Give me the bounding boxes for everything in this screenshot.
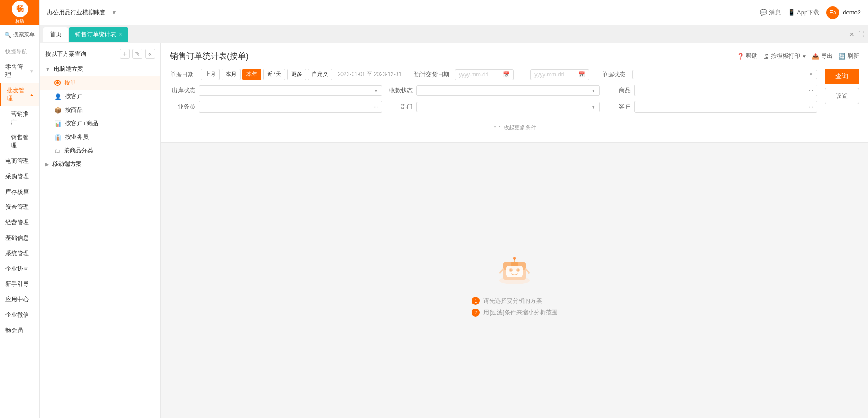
sidebar-item-system[interactable]: 系统管理: [0, 246, 39, 261]
customer-select[interactable]: ···: [634, 101, 817, 113]
collapse-panel-button[interactable]: «: [145, 49, 155, 59]
tree-item-by-category[interactable]: 🗂 按商品分类: [40, 144, 160, 157]
tab-sales-stats[interactable]: 销售订单统计表 ×: [69, 27, 128, 42]
date-btn-more[interactable]: 更多: [287, 69, 306, 80]
sidebar-item-wholesale[interactable]: 批发管理 ▲: [0, 83, 39, 106]
sidebar-item-member[interactable]: 畅会员: [0, 323, 39, 338]
tab-close-icon[interactable]: ×: [119, 31, 122, 38]
sidebar-item-basics[interactable]: 基础信息: [0, 230, 39, 246]
print-button[interactable]: 🖨 按模板打印 ▼: [763, 52, 807, 60]
more-icon-salesperson: ···: [373, 104, 378, 110]
help-icon: ❓: [737, 53, 744, 60]
refresh-button[interactable]: 🔄 刷新: [838, 52, 859, 60]
message-icon: 💬: [760, 9, 767, 16]
tabs-bar: 首页 销售订单统计表 × ✕ ⛶: [40, 25, 868, 43]
date-btn-7days[interactable]: 近7天: [263, 69, 285, 80]
chevron-down-icon: ▲: [29, 92, 34, 97]
sidebar-item-app-center[interactable]: 应用中心: [0, 292, 39, 307]
sidebar-item-ecom[interactable]: 电商管理: [0, 153, 39, 169]
avatar[interactable]: Ea: [826, 6, 839, 19]
sidebar-item-label: 电商管理: [5, 157, 29, 165]
sidebar-item-operations[interactable]: 经营管理: [0, 215, 39, 230]
date-btn-this-month[interactable]: 本月: [222, 69, 241, 80]
salesperson-select[interactable]: ···: [199, 101, 382, 113]
dropdown-icon[interactable]: ▼: [111, 9, 117, 16]
tab-home[interactable]: 首页: [43, 27, 68, 42]
avatar-text: Ea: [830, 10, 836, 16]
filter-main: 单据日期 上月 本月 本年 近7天 更多 自定义 2023-01-01 至 20…: [170, 69, 817, 114]
sidebar-item-marketing[interactable]: 营销推广: [0, 106, 39, 130]
product-icon: 📦: [54, 107, 61, 114]
search-menu-section: 🔍 搜索菜单: [0, 25, 39, 44]
svg-line-11: [500, 269, 503, 273]
search-menu-button[interactable]: 🔍 搜索菜单: [3, 29, 37, 40]
sidebar-item-purchase[interactable]: 采购管理: [0, 169, 39, 184]
maximize-window-icon[interactable]: ⛶: [858, 31, 864, 38]
export-button[interactable]: 📤 导出: [812, 52, 833, 60]
radio-icon: [54, 80, 61, 86]
date-btn-this-year[interactable]: 本年: [242, 69, 261, 80]
delivery-status-field: 出库状态 ▼: [170, 85, 382, 96]
close-window-icon[interactable]: ✕: [849, 31, 854, 38]
sidebar-item-label: 经营管理: [5, 218, 29, 227]
help-button[interactable]: ❓ 帮助: [737, 52, 758, 60]
print-label: 按模板打印: [771, 52, 800, 60]
svg-rect-4: [506, 266, 523, 277]
app-download-label: App下载: [797, 9, 819, 17]
expected-date-start[interactable]: yyyy-mm-dd 📅: [455, 69, 514, 80]
sidebar-item-retail[interactable]: 零售管理 ▼: [0, 59, 39, 83]
tree-item-by-customer[interactable]: 👤 按客户: [40, 90, 160, 103]
customer-icon: 👤: [54, 93, 61, 100]
left-panel-title: 按以下方案查询: [45, 50, 86, 58]
sidebar-item-label: 资金管理: [5, 203, 29, 211]
collapse-row: ⌃⌃ 收起更多条件: [170, 120, 859, 135]
sidebar-item-newbie[interactable]: 新手引导: [0, 276, 39, 292]
department-select[interactable]: ▼: [416, 102, 599, 112]
page-title-row: 销售订单统计表(按单) ❓ 帮助 🖨 按模板打印 ▼ 📤: [170, 51, 859, 62]
chevron-down-icon: ▼: [373, 88, 378, 93]
page-title-text: 销售订单统计表(按单): [170, 51, 249, 62]
tree-item-label: 按商品分类: [64, 147, 93, 155]
tree-item-label: 按单: [64, 79, 76, 87]
category-icon: 🗂: [54, 147, 60, 154]
delivery-status-select[interactable]: ▼: [199, 86, 382, 96]
product-field: 商品 ···: [605, 85, 817, 96]
calendar-icon-start: 📅: [503, 71, 509, 78]
date-btn-custom[interactable]: 自定义: [308, 69, 332, 80]
empty-state: 1 请先选择要分析的方案 2 用[过滤]条件来缩小分析范围: [161, 143, 868, 418]
content-area: 按以下方案查询 + ✎ « ▼ 电脑端方案: [40, 43, 868, 418]
tree-item-by-product[interactable]: 📦 按商品: [40, 103, 160, 117]
window-buttons: ✕ ⛶: [849, 31, 864, 38]
sidebar-item-wechat[interactable]: 企业微信: [0, 307, 39, 323]
app-download-button[interactable]: 📱 App下载: [788, 9, 819, 17]
message-button[interactable]: 💬 消息: [760, 9, 781, 17]
status-select[interactable]: ▼: [632, 70, 817, 79]
tree-item-label: 按业务员: [65, 133, 89, 141]
sidebar-item-inventory[interactable]: 库存核算: [0, 184, 39, 200]
query-button[interactable]: 查询: [825, 69, 859, 84]
tree-item-by-customer-product[interactable]: 📊 按客户+商品: [40, 117, 160, 130]
tree-item-by-order[interactable]: 按单: [40, 76, 160, 90]
edit-scheme-button[interactable]: ✎: [132, 49, 142, 59]
expected-date-end[interactable]: yyyy-mm-dd 📅: [530, 69, 589, 80]
sidebar-item-sales[interactable]: 销售管理: [0, 130, 39, 153]
salesperson-label: 业务员: [170, 103, 195, 111]
tree-parent-pc[interactable]: ▼ 电脑端方案: [40, 62, 160, 76]
date-range-text: 2023-01-01 至 2023-12-31: [338, 71, 401, 78]
payment-status-select[interactable]: ▼: [416, 86, 599, 96]
settings-button[interactable]: 设置: [825, 88, 859, 104]
add-scheme-button[interactable]: +: [120, 49, 130, 59]
tip-text-1: 请先选择要分析的方案: [483, 297, 542, 305]
department-field: 部门 ▼: [387, 101, 599, 113]
sidebar-item-enterprise[interactable]: 企业协同: [0, 261, 39, 276]
tree-item-by-salesperson[interactable]: 👔 按业务员: [40, 130, 160, 144]
collapse-up-icon: ⌃⌃: [493, 125, 502, 131]
product-select[interactable]: ···: [634, 85, 817, 96]
product-label: 商品: [605, 86, 631, 95]
collapse-button[interactable]: ⌃⌃ 收起更多条件: [493, 124, 536, 132]
sidebar-item-finance[interactable]: 资金管理: [0, 200, 39, 215]
date-btn-last-month[interactable]: 上月: [201, 69, 220, 80]
tree-parent-mobile[interactable]: ▶ 移动端方案: [40, 157, 160, 171]
page-title-actions: ❓ 帮助 🖨 按模板打印 ▼ 📤 导出 🔄: [737, 52, 859, 60]
logo-char: 畅: [16, 5, 24, 14]
